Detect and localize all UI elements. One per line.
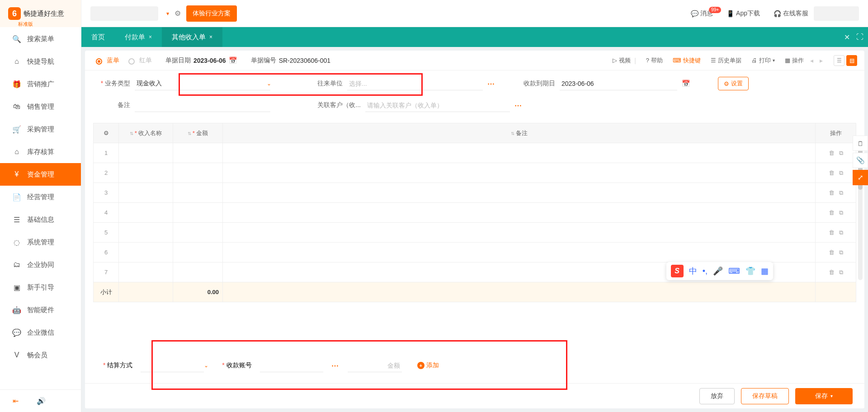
chevron-down-icon[interactable]: ▾ [166,10,169,17]
add-settlement-link[interactable]: + 添加 [417,361,439,370]
rail-clip-icon[interactable]: 📎 [853,153,868,168]
delete-icon[interactable]: 🗑 [829,209,835,216]
collapse-icon[interactable]: ⇤ [13,397,19,405]
counterparty-input[interactable] [347,77,483,90]
view-list-toggle[interactable]: ☰ [834,55,844,66]
settle-amount-input[interactable] [348,359,402,372]
calendar-icon[interactable]: 📅 [682,80,690,88]
tab-payment[interactable]: 付款单× [115,27,162,47]
link-customer-lookup-icon[interactable]: ⋯ [514,101,523,110]
sidebar-item-basic[interactable]: ☰基础信息 [0,208,81,231]
sidebar-item-wechat[interactable]: 💬企业微信 [0,321,81,344]
ime-lang[interactable]: 中 [689,266,697,276]
sidebar-item-inventory[interactable]: ⌂库存核算 [0,140,81,163]
table-row[interactable]: 3🗑⧉ [94,183,856,203]
print-action[interactable]: 🖨打印▾ [751,56,775,65]
view-card-toggle[interactable]: ▤ [846,55,857,66]
sound-icon[interactable]: 🔊 [37,397,46,405]
save-button[interactable]: 保存▾ [795,388,853,404]
table-row[interactable]: 2🗑⧉ [94,163,856,183]
video-action[interactable]: ▷视频 [613,56,631,65]
delete-icon[interactable]: 🗑 [829,189,835,197]
radio-blue[interactable] [96,58,102,65]
sidebar-item-quicknav[interactable]: ⌂快捷导航 [0,50,81,73]
experience-button[interactable]: 体验行业方案 [186,5,237,22]
operate-action[interactable]: ▦操作 [785,56,804,65]
account-lookup-icon[interactable]: ⋯ [331,361,340,370]
delete-icon[interactable]: 🗑 [829,150,835,157]
help-action[interactable]: ?帮助 [646,56,663,65]
chevron-down-icon[interactable]: ⌄ [204,362,208,369]
ime-mic-icon[interactable]: 🎤 [713,266,723,276]
shortcut-action[interactable]: ⌨快捷键 [673,56,701,65]
rail-expand-icon[interactable]: ⤢ [853,170,868,185]
counterparty-lookup-icon[interactable]: ⋯ [487,80,495,88]
copy-icon[interactable]: ⧉ [839,150,843,157]
delete-icon[interactable]: 🗑 [829,249,835,256]
table-row[interactable]: 5🗑⧉ [94,223,856,243]
biz-type-select[interactable] [135,77,270,90]
copy-icon[interactable]: ⧉ [839,249,843,256]
gear-icon[interactable]: ⚙ [175,9,181,18]
close-icon[interactable]: × [209,34,212,40]
ime-toolbox-icon[interactable]: ▦ [761,266,769,276]
copy-icon[interactable]: ⧉ [839,269,843,276]
discard-button[interactable]: 放弃 [699,388,735,404]
sidebar-item-sales[interactable]: 🛍销售管理 [0,95,81,118]
due-date-input[interactable] [560,77,677,90]
copy-icon[interactable]: ⧉ [839,189,843,197]
col-gear[interactable]: ⚙ [94,123,119,143]
sidebar-item-member[interactable]: V畅会员 [0,344,81,366]
calendar-icon[interactable]: 📅 [229,56,237,65]
sidebar-item-marketing[interactable]: 🎁营销推广 [0,73,81,95]
row-index: 5 [94,223,119,243]
table-row[interactable]: 6🗑⧉ [94,243,856,262]
col-remark[interactable]: ⇅备注 [223,123,816,143]
account-input[interactable] [260,359,323,372]
tab-other-income[interactable]: 其他收入单× [162,27,222,47]
next-icon[interactable]: ▸ [820,57,823,64]
radio-red[interactable] [128,58,135,65]
messages-link[interactable]: 💬 消息 99+ [691,9,713,18]
history-action[interactable]: ☰历史单据 [711,56,741,65]
copy-icon[interactable]: ⧉ [839,229,843,236]
rail-calc-icon[interactable]: 🗒 [853,136,868,151]
sidebar-item-collab[interactable]: 🗂企业协同 [0,253,81,276]
app-download-link[interactable]: 📱 App下载 [726,9,760,18]
sidebar-item-search[interactable]: 🔍搜索菜单 [0,28,81,50]
table-row[interactable]: 4🗑⧉ [94,203,856,223]
tab-fullscreen-icon[interactable]: ⛶ [856,33,863,41]
delete-icon[interactable]: 🗑 [829,169,835,177]
doc-date-value[interactable]: 2023-06-06 [193,57,226,64]
sidebar-item-operation[interactable]: 📄经营管理 [0,186,81,208]
save-draft-button[interactable]: 保存草稿 [741,388,789,404]
sidebar-item-hardware[interactable]: 🤖智能硬件 [0,299,81,321]
table-row[interactable]: 1🗑⧉ [94,143,856,163]
copy-icon[interactable]: ⧉ [839,209,843,216]
copy-icon[interactable]: ⧉ [839,169,843,177]
tab-home[interactable]: 首页 [81,27,115,47]
ime-punct-icon[interactable]: •, [703,267,708,276]
org-selector[interactable] [90,6,158,21]
delete-icon[interactable]: 🗑 [829,269,835,276]
col-income-name[interactable]: ⇅收入名称 [119,123,173,143]
col-amount[interactable]: ⇅金额 [173,123,223,143]
customer-service-link[interactable]: 🎧 在线客服 [774,9,808,18]
sidebar-item-guide[interactable]: ▣新手引导 [0,276,81,299]
sidebar-item-finance[interactable]: ¥资金管理 [0,163,81,186]
close-icon[interactable]: × [149,34,152,40]
ime-keyboard-icon[interactable]: ⌨ [728,266,740,276]
user-chip[interactable] [814,6,859,21]
settings-button[interactable]: ⚙设置 [718,77,749,90]
play-icon: ▷ [613,57,617,64]
sidebar-item-purchase[interactable]: 🛒采购管理 [0,118,81,140]
tab-close-all-icon[interactable]: ✕ [844,33,850,42]
delete-icon[interactable]: 🗑 [829,229,835,236]
ime-skin-icon[interactable]: 👕 [745,266,755,276]
link-customer-input[interactable] [365,98,510,112]
prev-icon[interactable]: ◂ [810,57,813,64]
remarks-input[interactable] [135,98,270,112]
sidebar-item-system[interactable]: ◌系统管理 [0,231,81,253]
settle-method-select[interactable] [141,359,204,372]
ime-toolbar[interactable]: S 中 •, 🎤 ⌨ 👕 ▦ [666,262,773,280]
